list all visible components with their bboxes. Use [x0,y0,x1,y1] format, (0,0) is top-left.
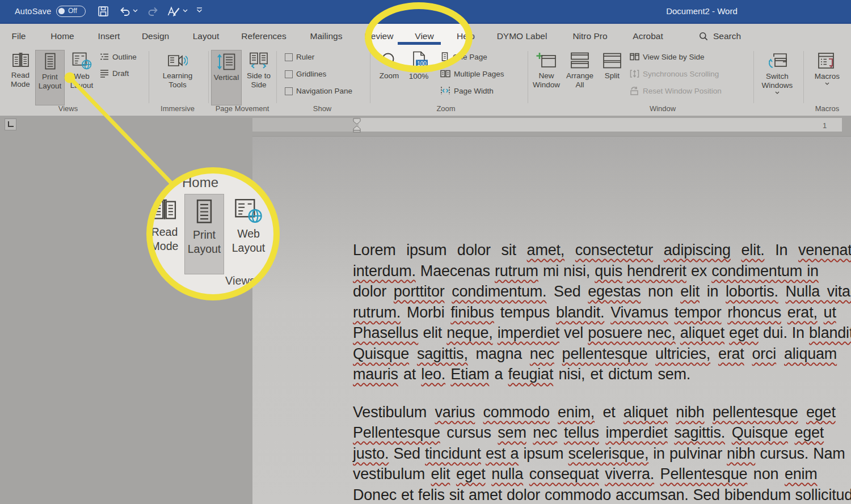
callout-read-mode-button[interactable]: Read Mode [146,198,183,253]
view-side-by-side-button[interactable]: View Side by Side [630,52,705,61]
ruler-margin-area[interactable] [252,118,359,132]
callout-web-layout-button[interactable]: Web Layout [226,198,271,255]
misspelled-word: venenatis [798,242,851,259]
text-line: Lorem ipsum dolor sit amet, consectetur … [353,242,851,262]
arrange-all-button[interactable]: Arrange All [564,52,596,90]
group-divider [276,51,277,103]
misspelled-word: rutrum. [353,304,401,321]
macros-group-caption: Macros [815,104,840,113]
window-group-caption: Window [650,104,676,113]
misspelled-word: imperdiet [498,324,559,341]
group-divider [753,51,754,103]
misspelled-word: posuere nec, [588,324,676,341]
tab-layout[interactable]: Layout [193,24,220,48]
multiple-pages-button[interactable]: Multiple Pages [440,69,504,78]
indent-markers-icon[interactable] [352,118,362,133]
horizontal-ruler[interactable]: 1 [359,118,842,132]
misspelled-word: eget [806,404,836,421]
switch-windows-button[interactable]: Switch Windows [759,52,795,94]
search-control[interactable]: Search [699,24,741,48]
vertical-icon [217,53,236,71]
text-line: Donec et felis sit amet dolor commodo ac… [353,486,851,504]
zoom-100-button[interactable]: 100 100% [405,51,433,81]
misspelled-word: sagittis, [417,345,468,362]
reset-window-position-button: Reset Window Position [630,86,722,95]
callout-print-layout-button[interactable]: Print Layout [184,194,224,274]
web-layout-button[interactable]: Web Layout [67,52,96,90]
misspelled-word: tincidunt [425,445,481,462]
vertical-button[interactable]: Vertical [211,50,242,105]
zoom-badge-text: 100 [417,61,427,67]
gridlines-checkbox-item[interactable]: Gridlines [285,70,326,78]
ruler-checkbox[interactable] [285,53,293,61]
undo-dropdown-icon[interactable] [133,9,138,12]
ruler-checkbox-item[interactable]: Ruler [285,53,314,61]
zoom-button[interactable]: Zoom [376,52,402,81]
switch-windows-dropdown-icon [775,91,780,94]
autosave-toggle[interactable]: Off [56,6,86,17]
tab-stop-selector[interactable] [5,118,16,130]
split-button[interactable]: Split [599,52,625,81]
customize-quick-access-icon[interactable] [196,7,203,13]
text-line: Phasellus elit neque, imperdiet vel posu… [353,324,851,345]
misspelled-word: sagittis. [674,424,725,441]
misspelled-word: egestas [588,283,641,300]
tab-dymo-label[interactable]: DYMO Label [497,24,547,48]
tab-insert[interactable]: Insert [98,24,120,48]
tab-mailings[interactable]: Mailings [310,24,343,48]
read-mode-button[interactable]: Read Mode [8,52,33,89]
learning-tools-button[interactable]: Learning Tools [161,52,195,90]
misspelled-word: imperdiet [605,424,667,441]
print-layout-button[interactable]: Print Layout [35,50,65,105]
misspelled-word: est a [486,445,519,462]
print-layout-icon [42,53,58,70]
new-window-button[interactable]: New Window [532,52,561,90]
outline-button[interactable]: Outline [100,52,137,61]
page-movement-group-caption: Page Movement [216,104,269,113]
page-width-button[interactable]: Page Width [440,86,494,95]
misspelled-word: blandit. [556,304,604,321]
title-bar: AutoSave Off [0,0,851,24]
ink-dropdown-icon[interactable] [183,9,188,12]
tab-home[interactable]: Home [50,24,74,48]
draft-button[interactable]: Draft [100,69,129,78]
draft-icon [100,69,109,78]
text-line: Vestibulum varius commodo enim, et aliqu… [353,404,851,425]
tab-review[interactable]: Review [365,24,394,48]
save-icon[interactable] [98,6,109,17]
tab-design[interactable]: Design [142,24,169,48]
misspelled-word: Quisque [732,424,788,441]
misspelled-word: enim, [558,404,595,421]
zoom-group-caption: Zoom [436,104,455,113]
misspelled-word: quis [595,262,622,279]
misspelled-word: eget [794,424,824,441]
read-mode-icon [151,198,178,222]
arrange-all-icon [570,52,589,69]
ruler-inch-mark: 1 [823,121,827,130]
misspelled-word: eget [729,324,759,341]
paragraph: Vestibulum varius commodo enim, et aliqu… [353,404,851,504]
tab-help[interactable]: Help [457,24,475,48]
misspelled-word: Etiam [450,366,489,383]
misspelled-word: varius [435,404,475,421]
document-page[interactable]: Lorem ipsum dolor sit amet, consectetur … [252,136,851,504]
gridlines-checkbox[interactable] [285,70,293,78]
misspelled-word: Nulla vitae [785,283,851,300]
tab-nitro-pro[interactable]: Nitro Pro [572,24,607,48]
web-layout-icon [234,198,263,223]
text-line: Pellentesque cursus sem nec tellus imper… [353,424,851,445]
navigation-pane-checkbox-item[interactable]: Navigation Pane [285,87,352,95]
misspelled-word: amet, [527,242,565,259]
tab-stop-l-icon [8,121,14,127]
tab-references[interactable]: References [241,24,286,48]
side-to-side-button[interactable]: Side to Side [244,52,273,90]
undo-icon[interactable] [119,6,132,17]
macros-button[interactable]: Macros [812,52,842,85]
tab-file[interactable]: File [12,24,26,48]
synchronous-scrolling-button: Synchronous Scrolling [630,69,719,78]
autosave-label: AutoSave [15,0,51,23]
tab-acrobat[interactable]: Acrobat [633,24,663,48]
navigation-pane-checkbox[interactable] [285,87,293,95]
ink-pen-icon[interactable] [167,6,180,17]
one-page-button[interactable]: One Page [440,52,487,61]
